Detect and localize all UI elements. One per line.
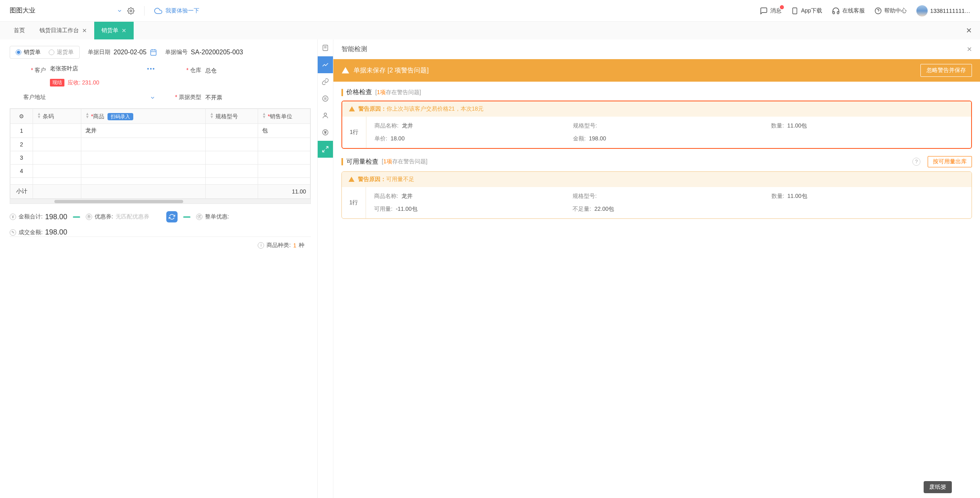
rail-expand-button[interactable] [318,141,333,158]
svg-point-12 [323,96,328,101]
warning-icon [349,106,355,112]
row-tag: 1行 [342,187,366,218]
col-unit[interactable]: ▲▼*销售单位 [258,109,310,124]
trash-button[interactable]: 废纸篓 [924,481,952,493]
table-settings-button[interactable]: ⚙ [10,109,33,124]
svg-point-3 [875,8,881,14]
tab-label: 钱货日清工作台 [39,27,79,34]
bill-date-field[interactable]: 单据日期 2020-02-05 [88,49,157,56]
rail-person-button[interactable] [318,107,333,124]
tab-home[interactable]: 首页 [6,22,32,39]
app-download-button[interactable]: App下载 [791,7,822,14]
amount-total: ¥ 金额合计: 198.00 [10,213,67,221]
col-product[interactable]: ▲▼*商品扫码录入 [81,109,206,124]
warning-icon [341,66,349,74]
phone-icon [791,7,798,14]
close-all-tabs-button[interactable]: ✕ [958,26,980,35]
kv-qty: 数量:11.00包 [771,193,963,200]
svg-line-16 [326,146,328,148]
company-name: 图图大业 [10,6,35,15]
coupon-field[interactable]: 券 优惠券: 无匹配优惠券 [86,211,178,222]
reason-label: 警告原因： [358,176,386,182]
close-icon[interactable]: ✕ [82,27,87,34]
more-icon[interactable]: ••• [147,66,155,72]
label: 单据编号 [165,49,188,56]
svg-point-13 [324,113,327,115]
help-center-button[interactable]: 帮助中心 [875,7,907,14]
bill-number-field: 单据编号 SA-20200205-003 [165,49,243,56]
sort-icon: ▲▼ [262,112,266,119]
tab-sales-order[interactable]: 销货单 ✕ [94,22,134,39]
svg-line-17 [323,150,325,152]
rail-exchange-button[interactable] [318,90,333,107]
smart-detect-panel: 智能检测 ✕ 单据未保存 [2 项警告问题] 忽略警告并保存 价格检查 [1项存… [333,39,980,498]
radio-sales[interactable]: 销货单 [16,49,41,56]
gear-icon: ⚙ [19,113,24,119]
close-icon[interactable]: ✕ [967,45,972,53]
online-support-button[interactable]: 在线客服 [832,7,865,15]
rail-link-button[interactable] [318,73,333,90]
gear-icon[interactable] [127,7,134,14]
close-icon[interactable]: ✕ [122,27,126,34]
ignore-save-button[interactable]: 忽略警告并保存 [920,64,972,77]
col-barcode[interactable]: ▲▼条码 [33,109,81,124]
order-discount-field[interactable]: 优 整单优惠: [196,213,229,220]
sort-icon: ▲▼ [37,112,41,119]
coupon-input[interactable]: 无匹配优惠券 [116,213,164,220]
rail-chart-button[interactable] [318,56,333,73]
svg-rect-1 [793,8,797,14]
table-row[interactable]: 2 [10,138,310,151]
side-rail: ¥ [317,39,333,498]
value: 2020-02-05 [114,49,147,56]
price-check-section: 价格检查 [1项存在警告问题] 警告原因：你上次与该客户交易价格21，本次18元… [333,88,980,156]
rail-doc-button[interactable] [318,39,333,56]
section-name: 可用量检查 [346,158,378,166]
company-select[interactable]: 图图大业 [10,6,122,15]
customer-field[interactable]: 客户 老张茶叶店 ••• 现结 应收: 231.00 [10,65,155,86]
reason-text: 可用量不足 [386,176,414,182]
help-label: 帮助中心 [884,7,907,14]
calendar-icon[interactable] [150,49,157,56]
tab-workbench[interactable]: 钱货日清工作台 ✕ [32,22,94,39]
avatar [916,5,928,16]
tabs-row: 首页 钱货日清工作台 ✕ 销货单 ✕ ✕ [0,22,980,39]
customer-address-field[interactable]: 客户地址 [10,92,155,103]
user-menu[interactable]: 13381111111… [916,5,970,16]
try-experience-link[interactable]: 我要体验一下 [154,7,199,15]
tab-label: 销货单 [101,27,118,34]
help-icon [875,7,882,14]
availability-check-section: 可用量检查 [1项存在警告问题] ? 按可用量出库 警告原因：可用量不足 1行 … [333,156,980,226]
radio-return[interactable]: 退货单 [49,49,74,56]
horizontal-scrollbar[interactable] [10,199,310,204]
support-label: 在线客服 [842,7,865,14]
help-icon[interactable]: ? [912,158,920,166]
invoice-type-field[interactable]: 票据类型 不开票 [165,92,311,103]
section-subtext: [1项存在警告问题] [382,158,428,165]
banner-text: 单据未保存 [2 项警告问题] [354,66,429,75]
warehouse-field[interactable]: 仓库 总仓 [165,65,311,86]
chevron-down-icon[interactable] [150,95,155,101]
scrollbar-thumb[interactable] [54,200,183,203]
kv-name: 商品名称:龙井 [374,193,566,200]
app-download-label: App下载 [801,7,822,14]
notification-badge-icon [779,4,785,10]
section-bar-icon [341,89,343,96]
refresh-button[interactable] [166,211,178,222]
minus-icon [73,216,80,218]
reason-text: 你上次与该客户交易价格21，本次18元 [387,105,484,112]
radio-label: 退货单 [57,49,74,56]
table-row[interactable]: 3 [10,151,310,165]
warning-card: 警告原因：可用量不足 1行 商品名称:龙井 规格型号: 数量:11.00包 可用… [341,171,972,219]
messages-button[interactable]: 消息 [760,7,782,15]
kv-avail: 可用量:-11.00包 [374,206,566,213]
table-row[interactable]: 1龙井包 [10,124,310,138]
sort-icon: ▲▼ [85,112,89,119]
table-row[interactable]: 4 [10,165,310,178]
table-row[interactable] [10,178,310,185]
scan-input-button[interactable]: 扫码录入 [108,113,133,120]
discount-icon: 优 [196,214,203,220]
col-spec[interactable]: ▲▼规格型号 [206,109,258,124]
rail-yen-button[interactable]: ¥ [318,124,333,141]
ship-by-available-button[interactable]: 按可用量出库 [928,156,972,167]
label: 客户 [10,65,46,74]
